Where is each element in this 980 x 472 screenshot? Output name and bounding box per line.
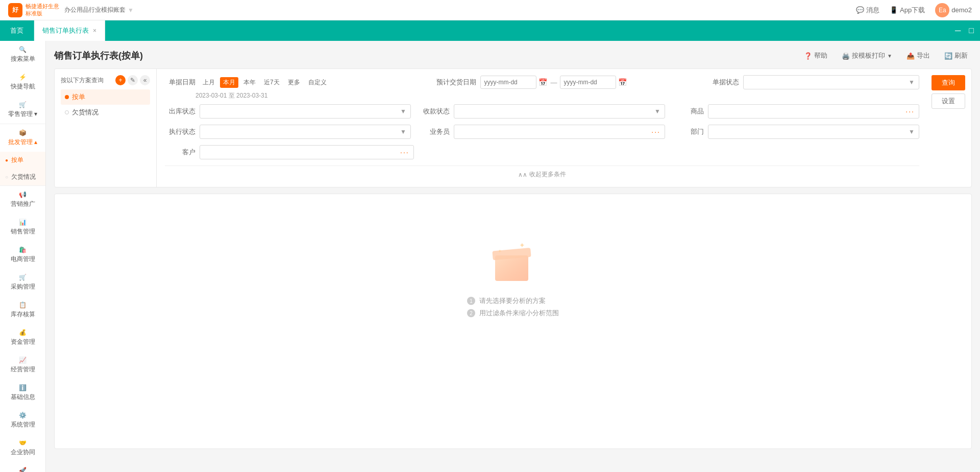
expected-date-to-input[interactable] (560, 76, 616, 89)
step-num-1: 1 (467, 297, 475, 305)
user-menu[interactable]: Ea demo2 (935, 3, 972, 17)
salesperson-select[interactable]: ··· (454, 125, 665, 139)
sidebar-item-inventory[interactable]: 📋 库存核算 (0, 296, 45, 324)
system-icon: ⚙️ (19, 412, 27, 419)
expected-date-from-input[interactable] (480, 76, 536, 89)
salesperson-more-icon[interactable]: ··· (651, 128, 660, 136)
filter-edit-button[interactable]: ✎ (128, 75, 138, 85)
refresh-icon: 🔄 (944, 52, 952, 60)
sidebar-item-search[interactable]: 🔍 搜索菜单 (0, 41, 45, 68)
sidebar-item-retail[interactable]: 🛒 零售管理 ▾ (0, 96, 45, 124)
app-icon: 📱 (890, 6, 898, 14)
export-icon: 📤 (906, 52, 915, 60)
print-arrow-icon: ▼ (887, 53, 892, 59)
expected-date-label: 预计交货日期 (436, 78, 476, 87)
tab-minimize-button[interactable]: ─ (953, 24, 963, 37)
empty-text: 1 请先选择要分析的方案 2 用过滤条件来缩小分析范围 (467, 296, 559, 321)
date-tab-custom[interactable]: 自定义 (305, 77, 330, 88)
customer-select[interactable]: ··· (200, 145, 414, 159)
top-bar: 好 畅捷通好生意 标准版 办公用品行业模拟账套 ▼ 💬 消息 📱 App下载 E… (0, 0, 980, 20)
settings-button[interactable]: 设置 (932, 93, 965, 109)
logo-area: 好 畅捷通好生意 标准版 (8, 3, 59, 17)
filter-row-3: 执行状态 ▼ 业务员 ··· 部门 (165, 125, 919, 139)
date-range-text: 2023-03-01 至 2023-03-31 (195, 91, 919, 100)
filter-nav-anDan[interactable]: 按单 (61, 89, 150, 105)
tab-sales-order[interactable]: 销售订单执行表 × (34, 20, 105, 41)
empty-box-svg: ✦ ✦ (487, 235, 538, 286)
sidebar-item-marketing[interactable]: 📢 营销推广 (0, 186, 45, 214)
collapse-btn[interactable]: ∧∧ 收起更多条件 (518, 170, 566, 179)
print-button[interactable]: 🖨️ 按模板打印 ▼ (838, 49, 896, 62)
breadcrumb-arrow-icon[interactable]: ▼ (128, 7, 134, 14)
sidebar-sub-wholesale: ● 按单 ○ 欠货情况 (0, 152, 45, 185)
export-button[interactable]: 📤 导出 (902, 49, 934, 62)
payment-select[interactable]: ▼ (454, 104, 665, 119)
sidebar-item-system[interactable]: ⚙️ 系统管理 (0, 407, 45, 434)
goods-more-icon[interactable]: ··· (905, 107, 915, 115)
anDan-nav-dot (65, 95, 69, 99)
filter-field-date: 单据日期 上月 本月 本年 近7天 更多 自定义 (165, 77, 428, 88)
tab-close-icon[interactable]: × (93, 27, 96, 34)
sidebar-sub-item-qianHuo[interactable]: ○ 欠货情况 (0, 169, 45, 185)
message-button[interactable]: 💬 消息 (856, 6, 879, 15)
filter-right: 单据日期 上月 本月 本年 近7天 更多 自定义 预计交货日期 (157, 69, 927, 187)
status-select[interactable]: ▼ (743, 75, 919, 89)
filter-row-1: 单据日期 上月 本月 本年 近7天 更多 自定义 预计交货日期 (165, 75, 919, 89)
sidebar-item-wholesale[interactable]: 📦 批发管理 ▴ (0, 124, 45, 152)
logo-text: 畅捷通好生意 标准版 (26, 3, 59, 16)
sidebar-item-newbie[interactable]: 🚀 新手引导 (0, 462, 45, 472)
sidebar-item-quick-nav[interactable]: ⚡ 快捷导航 (0, 68, 45, 96)
retail-icon: 🛒 (19, 101, 27, 108)
sidebar-item-corp[interactable]: 🤝 企业协同 (0, 434, 45, 462)
customer-label: 客户 (165, 148, 195, 157)
refresh-button[interactable]: 🔄 刷新 (940, 49, 972, 62)
date-tabs: 上月 本月 本年 近7天 更多 自定义 (200, 77, 330, 88)
filter-field-warehouse: 出库状态 ▼ (165, 104, 411, 119)
date-label: 单据日期 (165, 78, 195, 87)
customer-more-icon[interactable]: ··· (400, 148, 409, 156)
sidebar-item-sales[interactable]: 📊 销售管理 (0, 214, 45, 241)
sidebar-item-ecommerce[interactable]: 🛍️ 电商管理 (0, 241, 45, 269)
tab-maximize-button[interactable]: □ (967, 24, 976, 37)
date-tab-more[interactable]: 更多 (285, 77, 303, 88)
salesperson-label: 业务员 (419, 127, 450, 136)
help-button[interactable]: ❓ 帮助 (800, 49, 831, 62)
filter-left-title: 按以下方案查询 + ✎ « (61, 75, 150, 85)
date-tab-last7[interactable]: 近7天 (261, 77, 283, 88)
filter-field-expected-date: 预计交货日期 📅 — 📅 (436, 76, 700, 89)
filter-collapse-button[interactable]: « (140, 75, 150, 85)
dept-select[interactable]: ▼ (708, 125, 919, 139)
date-tab-thisyear[interactable]: 本年 (240, 77, 259, 88)
warehouse-chevron-icon: ▼ (400, 108, 406, 115)
filter-add-button[interactable]: + (115, 75, 126, 85)
filter-nav-qianHuo[interactable]: 欠货情况 (61, 105, 150, 120)
tab-bar-right: ─ □ (953, 24, 980, 37)
cal-from-icon[interactable]: 📅 (538, 78, 547, 86)
print-icon: 🖨️ (842, 52, 850, 60)
sidebar-item-basic[interactable]: ℹ️ 基础信息 (0, 379, 45, 407)
sidebar-item-purchase[interactable]: 🛒 采购管理 (0, 269, 45, 296)
query-button[interactable]: 查询 (932, 75, 965, 90)
page-header: 销售订单执行表(按单) ❓ 帮助 🖨️ 按模板打印 ▼ 📤 导出 🔄 刷新 (54, 49, 972, 62)
svg-text:✦: ✦ (498, 248, 502, 254)
exec-select[interactable]: ▼ (200, 125, 411, 139)
tab-home[interactable]: 首页 (0, 20, 34, 41)
svg-text:✦: ✦ (519, 241, 525, 249)
exec-label: 执行状态 (165, 127, 195, 136)
cal-to-icon[interactable]: 📅 (618, 78, 627, 86)
sidebar-item-operation[interactable]: 📈 经营管理 (0, 351, 45, 379)
wholesale-icon: 📦 (19, 129, 27, 136)
anDan-active-dot: ● (5, 157, 8, 163)
sidebar-section-wholesale: 📦 批发管理 ▴ ● 按单 ○ 欠货情况 (0, 124, 45, 186)
date-tab-thismonth[interactable]: 本月 (220, 77, 238, 88)
quicknav-icon: ⚡ (19, 74, 27, 81)
corp-icon: 🤝 (19, 439, 27, 446)
date-tab-lastmonth[interactable]: 上月 (200, 77, 218, 88)
filter-field-customer: 客户 ··· (165, 145, 414, 159)
sidebar-sub-item-anDan[interactable]: ● 按单 (0, 152, 45, 169)
app-download-button[interactable]: 📱 App下载 (890, 6, 925, 15)
warehouse-select[interactable]: ▼ (200, 104, 411, 119)
sidebar-item-finance[interactable]: 💰 资金管理 (0, 324, 45, 351)
filter-left-actions: + ✎ « (115, 75, 150, 85)
goods-select[interactable]: ··· (708, 104, 919, 119)
